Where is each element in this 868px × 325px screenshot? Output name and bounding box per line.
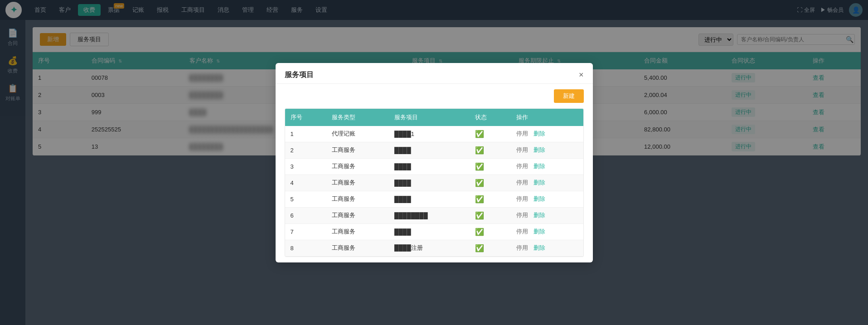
list-item: 3 工商服务 ████ ✅ 停用 删除	[285, 158, 583, 175]
modal-overlay: 服务项目 × 新建 序号 服务类型 服务项目 状态 操作	[0, 0, 868, 325]
modal-title: 服务项目	[285, 70, 314, 80]
delete-button[interactable]: 删除	[533, 228, 545, 235]
modal-cell-type: 工商服务	[326, 158, 389, 175]
status-check-icon: ✅	[475, 146, 484, 154]
status-check-icon: ✅	[475, 212, 484, 219]
modal-cell-action: 停用 删除	[511, 126, 583, 142]
modal-cell-status: ✅	[470, 191, 511, 207]
modal-col-status: 状态	[470, 109, 511, 126]
modal-cell-index: 8	[285, 240, 326, 256]
stop-button[interactable]: 停用	[516, 195, 528, 202]
modal-cell-item-text: ████1	[394, 131, 414, 137]
modal-cell-index: 3	[285, 158, 326, 175]
stop-button[interactable]: 停用	[516, 179, 528, 186]
modal-new-button[interactable]: 新建	[554, 89, 584, 103]
list-item: 1 代理记账 ████1 ✅ 停用 删除	[285, 126, 583, 142]
service-modal: 服务项目 × 新建 序号 服务类型 服务项目 状态 操作	[276, 63, 593, 262]
modal-cell-action: 停用 删除	[511, 142, 583, 158]
modal-cell-type: 代理记账	[326, 126, 389, 142]
modal-cell-status: ✅	[470, 142, 511, 158]
modal-cell-type: 工商服务	[326, 240, 389, 256]
modal-header: 服务项目 ×	[276, 63, 593, 84]
list-item: 4 工商服务 ████ ✅ 停用 删除	[285, 175, 583, 191]
modal-col-index: 序号	[285, 109, 326, 126]
modal-cell-action: 停用 删除	[511, 207, 583, 223]
modal-cell-index: 1	[285, 126, 326, 142]
status-check-icon: ✅	[475, 244, 484, 252]
modal-cell-type: 工商服务	[326, 223, 389, 240]
modal-cell-item-text: ████	[394, 179, 411, 186]
modal-cell-index: 6	[285, 207, 326, 223]
delete-button[interactable]: 删除	[533, 179, 545, 186]
modal-toolbar: 新建	[285, 89, 584, 103]
stop-button[interactable]: 停用	[516, 163, 528, 170]
modal-cell-index: 5	[285, 191, 326, 207]
delete-button[interactable]: 删除	[533, 130, 545, 137]
modal-table-wrapper[interactable]: 序号 服务类型 服务项目 状态 操作 1 代理记账 ████1 ✅ 停用 删除 …	[285, 108, 584, 257]
modal-cell-item: ████1	[389, 126, 470, 142]
list-item: 8 工商服务 ████注册 ✅ 停用 删除	[285, 240, 583, 256]
modal-cell-item: ████	[389, 223, 470, 240]
status-check-icon: ✅	[475, 163, 484, 170]
modal-body: 新建 序号 服务类型 服务项目 状态 操作 1 代理记账	[276, 84, 593, 262]
modal-cell-item-text: ████	[394, 196, 411, 203]
modal-cell-type: 工商服务	[326, 175, 389, 191]
list-item: 6 工商服务 ████████ ✅ 停用 删除	[285, 207, 583, 223]
modal-cell-item-text: ████████	[394, 212, 428, 219]
status-check-icon: ✅	[475, 130, 484, 138]
modal-close-button[interactable]: ×	[579, 71, 584, 79]
modal-cell-index: 2	[285, 142, 326, 158]
stop-button[interactable]: 停用	[516, 146, 528, 153]
modal-cell-action: 停用 删除	[511, 175, 583, 191]
status-check-icon: ✅	[475, 195, 484, 203]
delete-button[interactable]: 删除	[533, 195, 545, 202]
modal-cell-type: 工商服务	[326, 191, 389, 207]
list-item: 2 工商服务 ████ ✅ 停用 删除	[285, 142, 583, 158]
modal-cell-item: ████	[389, 158, 470, 175]
list-item: 7 工商服务 ████ ✅ 停用 删除	[285, 223, 583, 240]
modal-cell-item-text: ████	[394, 147, 411, 154]
status-check-icon: ✅	[475, 228, 484, 236]
stop-button[interactable]: 停用	[516, 212, 528, 218]
modal-cell-action: 停用 删除	[511, 158, 583, 175]
modal-cell-status: ✅	[470, 207, 511, 223]
modal-col-type: 服务类型	[326, 109, 389, 126]
modal-cell-status: ✅	[470, 158, 511, 175]
modal-cell-type: 工商服务	[326, 142, 389, 158]
modal-cell-index: 4	[285, 175, 326, 191]
modal-cell-item: ████	[389, 191, 470, 207]
stop-button[interactable]: 停用	[516, 130, 528, 137]
modal-cell-item: ████████	[389, 207, 470, 223]
stop-button[interactable]: 停用	[516, 244, 528, 251]
modal-cell-item-text: ████	[394, 228, 411, 235]
modal-cell-action: 停用 删除	[511, 223, 583, 240]
modal-cell-index: 7	[285, 223, 326, 240]
modal-cell-type: 工商服务	[326, 207, 389, 223]
service-items-table: 序号 服务类型 服务项目 状态 操作 1 代理记账 ████1 ✅ 停用 删除 …	[285, 109, 583, 257]
delete-button[interactable]: 删除	[533, 163, 545, 170]
modal-cell-status: ✅	[470, 175, 511, 191]
modal-cell-status: ✅	[470, 223, 511, 240]
delete-button[interactable]: 删除	[533, 244, 545, 251]
modal-cell-item-text: ████注册	[394, 244, 423, 251]
modal-col-item: 服务项目	[389, 109, 470, 126]
modal-cell-status: ✅	[470, 240, 511, 256]
stop-button[interactable]: 停用	[516, 228, 528, 235]
modal-cell-action: 停用 删除	[511, 240, 583, 256]
modal-cell-item-text: ████	[394, 163, 411, 170]
modal-cell-item: ████注册	[389, 240, 470, 256]
delete-button[interactable]: 删除	[533, 212, 545, 218]
modal-cell-item: ████	[389, 142, 470, 158]
modal-cell-status: ✅	[470, 126, 511, 142]
status-check-icon: ✅	[475, 179, 484, 187]
modal-cell-action: 停用 删除	[511, 191, 583, 207]
modal-col-action: 操作	[511, 109, 583, 126]
modal-cell-item: ████	[389, 175, 470, 191]
delete-button[interactable]: 删除	[533, 146, 545, 153]
list-item: 5 工商服务 ████ ✅ 停用 删除	[285, 191, 583, 207]
